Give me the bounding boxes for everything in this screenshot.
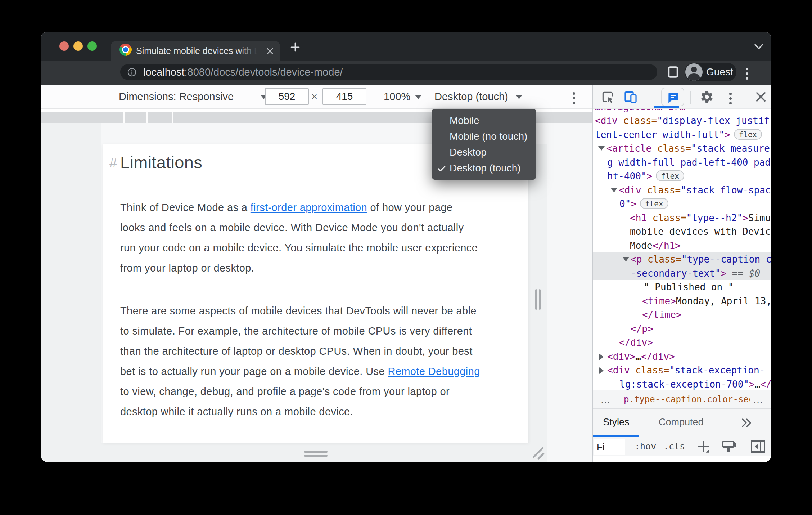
tree-line[interactable]: " Published on " (593, 280, 771, 294)
tree-line[interactable]: mobile devices with Device (593, 225, 771, 239)
collapse-arrow-icon[interactable] (598, 146, 605, 151)
tree-line[interactable]: </time> (593, 308, 771, 322)
tree-line[interactable]: </p> (593, 322, 771, 336)
zoom-caret-icon[interactable] (415, 95, 421, 99)
tab-search-chevron-icon[interactable] (752, 42, 766, 51)
breadcrumb-overflow-left[interactable]: … (600, 390, 611, 408)
bottom-resize-handle[interactable] (304, 455, 328, 457)
address-bar[interactable]: localhost:8080/docs/devtools/device-mode… (120, 64, 657, 80)
devtools-close-icon[interactable] (754, 90, 768, 104)
tree-line[interactable]: Mode</h1> (593, 239, 771, 253)
maximize-window-button[interactable] (87, 41, 97, 51)
toggle-sidebar-icon[interactable] (749, 439, 767, 454)
collapse-arrow-icon[interactable] (611, 188, 617, 192)
minimize-window-button[interactable] (73, 41, 83, 51)
toggle-hover-state-button[interactable]: :hov (635, 437, 656, 456)
dimensions-times: × (311, 85, 317, 108)
devtools-divider[interactable] (592, 85, 593, 462)
breadcrumb-separator (619, 393, 619, 406)
new-style-rule-button[interactable] (696, 439, 710, 454)
expand-arrow-icon[interactable] (599, 354, 604, 360)
right-resize-handle[interactable] (535, 289, 537, 310)
viewport-height-input[interactable] (322, 88, 366, 105)
device-type-select[interactable]: Desktop (touch) (434, 85, 508, 108)
device-type-caret-icon[interactable] (516, 95, 522, 99)
tree-indent-guide (626, 280, 626, 335)
flex-badge[interactable]: flex (734, 129, 762, 140)
elements-tree: …navigation… ar…<div class="display-flex… (593, 109, 771, 390)
tree-line[interactable]: <p class="type--caption co (593, 252, 771, 267)
tab-computed[interactable]: Computed (659, 409, 704, 435)
page-heading: Limitations (120, 152, 202, 172)
styles-filter-input[interactable] (594, 439, 625, 455)
close-window-button[interactable] (59, 41, 69, 51)
tab-styles[interactable]: Styles (603, 409, 630, 435)
tree-line[interactable]: <article class="stack measure (593, 142, 771, 156)
page-viewport: # Limitations Think of Device Mode as a … (103, 144, 529, 443)
heading-anchor-hash[interactable]: # (109, 155, 117, 171)
device-toolbar: Dimensions: Responsive × 100% Desktop (t… (41, 85, 592, 109)
right-resize-handle[interactable] (539, 289, 541, 310)
browser-menu-button[interactable] (745, 66, 749, 80)
menu-item-mobile[interactable]: Mobile (432, 113, 536, 129)
viewport-width-input[interactable] (265, 88, 309, 105)
tree-line[interactable]: ht-400">flex (593, 169, 771, 183)
breadcrumb-classes: .type--caption.color-sec (629, 394, 750, 404)
tab-close-icon[interactable] (265, 46, 275, 56)
tree-line[interactable]: -secondary-text"> == $0 (593, 267, 771, 281)
browser-toolbar: localhost:8080/docs/devtools/device-mode… (41, 61, 771, 85)
tree-line[interactable]: <time>Monday, April 13, (593, 294, 771, 308)
breadcrumb-overflow-right[interactable]: … (753, 390, 764, 408)
bottom-resize-handle[interactable] (304, 451, 328, 453)
tree-line[interactable]: g width-full pad-left-400 pad (593, 156, 771, 170)
collapse-arrow-icon[interactable] (623, 257, 629, 261)
tree-line[interactable]: <h1 class="type--h2">Simul (593, 211, 771, 225)
menu-item-desktop-touch[interactable]: Desktop (touch) (432, 160, 536, 176)
canvas-left-zone (41, 123, 101, 462)
tree-line[interactable]: <div class="display-flex justif (593, 114, 771, 128)
tree-line[interactable]: tent-center width-full">flex (593, 128, 771, 142)
dimensions-select[interactable]: Dimensions: Responsive (119, 85, 234, 108)
devtools-toolbar (593, 85, 771, 109)
tree-line[interactable]: <div class="stack-exception- (593, 363, 771, 377)
more-tabs-icon[interactable] (738, 418, 754, 428)
page-paragraph-1: Think of Device Mode as a first-order ap… (120, 197, 520, 278)
toggle-class-button[interactable]: .cls (663, 437, 685, 456)
tab-strip: Simulate mobile devices with D (41, 32, 771, 61)
messages-panel-tab[interactable] (661, 88, 684, 106)
device-toolbar-menu-button[interactable] (572, 90, 576, 104)
new-tab-button[interactable] (290, 42, 300, 52)
tree-line[interactable]: lg:stack-exception-700">…</d (593, 377, 771, 390)
devtools-settings-icon[interactable] (700, 90, 714, 104)
page-link[interactable]: Remote Debugging (388, 366, 480, 377)
menu-item-mobile-no-touch[interactable]: Mobile (no touch) (432, 129, 536, 144)
breadcrumb-item[interactable]: p.type--caption.color-sec (624, 390, 750, 408)
side-panel-icon[interactable] (667, 65, 680, 79)
zoom-select[interactable]: 100% (384, 85, 410, 108)
expand-arrow-icon[interactable] (599, 367, 604, 374)
paint-roller-icon[interactable] (720, 439, 737, 454)
tree-line[interactable]: …navigation… ar… (593, 109, 771, 114)
checkmark-icon (437, 164, 446, 173)
toolbar-separator (648, 91, 648, 104)
site-info-icon[interactable] (127, 67, 137, 77)
devtools-breadcrumbs: … p.type--caption.color-sec … (593, 390, 771, 409)
inspect-element-icon[interactable] (601, 90, 614, 104)
page-link[interactable]: first-order approximation (251, 202, 367, 213)
media-query-separator (146, 112, 148, 123)
flex-badge[interactable]: flex (656, 170, 684, 181)
devtools-menu-button[interactable] (729, 90, 732, 104)
tree-line[interactable]: 0">flex (593, 197, 771, 211)
tree-line[interactable]: </div> (593, 336, 771, 350)
media-query-separator (172, 112, 173, 123)
device-toolbar-toggle-icon[interactable] (624, 90, 637, 104)
flex-badge[interactable]: flex (640, 198, 668, 209)
profile-button[interactable]: Guest (685, 63, 736, 81)
zoom-value: 100% (384, 91, 410, 102)
tree-line[interactable]: <div>…</div> (593, 350, 771, 364)
menu-item-desktop[interactable]: Desktop (432, 144, 536, 160)
tree-line[interactable]: <div class="stack flow-spac (593, 183, 771, 197)
browser-tab[interactable]: Simulate mobile devices with D (111, 41, 280, 61)
active-panel-underline (654, 106, 679, 108)
viewport-right-resizer[interactable] (529, 144, 547, 443)
